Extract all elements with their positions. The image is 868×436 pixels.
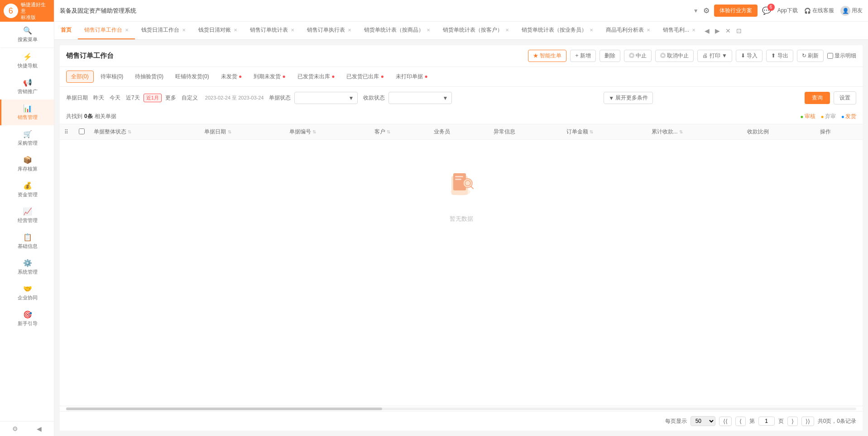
online-service-link[interactable]: 🎧 在线客服	[804, 7, 834, 14]
header-settings-icon[interactable]: ⚙	[703, 6, 710, 15]
page-size-select[interactable]: 50 20 100	[691, 416, 715, 426]
tab-cash-reconcile[interactable]: 钱货日清对账 ✕	[192, 22, 244, 39]
filter-tab-not-shipped[interactable]: 未发货 ●	[216, 71, 247, 83]
export-btn[interactable]: ⬆ 导出	[766, 50, 793, 62]
tab-close-sales-summary-product[interactable]: ✕	[427, 28, 430, 33]
industry-btn[interactable]: 体验行业方案	[714, 5, 758, 17]
th-status: 单据整体状态 ⇅	[89, 124, 200, 140]
app-download-link[interactable]: App下载	[777, 7, 798, 14]
last-page-btn[interactable]: ⟩⟩	[801, 417, 814, 426]
date-opt-yesterday[interactable]: 昨天	[91, 93, 106, 103]
tab-prev-btn[interactable]: ◀	[702, 27, 712, 34]
refresh-btn[interactable]: ↻ 刷新	[797, 50, 824, 62]
tab-close-sales-workbench[interactable]: ✕	[125, 28, 129, 33]
cancel-pause-btn[interactable]: ◎ 取消中止	[655, 50, 694, 62]
new-btn[interactable]: + 新增	[570, 50, 595, 62]
sidebar-item-inventory[interactable]: 📦 库存核算	[0, 151, 54, 177]
tab-product-margin[interactable]: 商品毛利分析表 ✕	[599, 22, 657, 39]
sort-icon-status[interactable]: ⇅	[128, 129, 131, 134]
sidebar-item-enterprise[interactable]: 🤝 企业协同	[0, 280, 54, 306]
pause-btn[interactable]: ◎ 中止	[624, 50, 652, 62]
tab-home[interactable]: 首页	[54, 22, 78, 39]
tab-close-sales-summary-staff[interactable]: ✕	[590, 28, 593, 33]
scrollbar-thumb[interactable]	[66, 408, 382, 410]
sidebar-item-finance[interactable]: 💰 资金管理	[0, 177, 54, 203]
tab-next-btn[interactable]: ▶	[712, 27, 723, 34]
filter-tab-not-printed[interactable]: 未打印单据 ●	[391, 71, 433, 83]
sort-icon-collected[interactable]: ⇅	[679, 129, 683, 134]
sidebar-item-basic-info[interactable]: 📋 基础信息	[0, 228, 54, 254]
filter-tab-wangpu-pending[interactable]: 旺铺待发货(0)	[170, 71, 214, 83]
review-link[interactable]: ● 审核	[800, 113, 815, 120]
tab-close-all-btn[interactable]: ✕	[723, 27, 734, 34]
settings-bottom-icon[interactable]: ⚙	[12, 425, 18, 432]
page-input[interactable]	[758, 417, 775, 426]
date-opt-more[interactable]: 更多	[163, 93, 178, 103]
show-detail-checkbox[interactable]	[827, 53, 833, 59]
sort-icon-date[interactable]: ⇅	[228, 129, 231, 134]
filter-tab-all[interactable]: 全部(0)	[66, 71, 94, 83]
sidebar-item-search[interactable]: 🔍 搜索菜单	[0, 22, 54, 48]
sidebar-item-guide[interactable]: 🎯 新手引导	[0, 306, 54, 332]
delete-btn[interactable]: 删除	[599, 50, 620, 62]
tab-sales-summary-customer[interactable]: 销货单统计表（按客户） ✕	[436, 22, 515, 39]
logo-icon: 6	[4, 4, 18, 18]
smart-create-btn[interactable]: ★ 智能生单	[528, 50, 566, 62]
sidebar-bottom: ⚙ ◀	[0, 421, 54, 436]
filter-tab-shipped-out[interactable]: 已发货已出库 ●	[341, 71, 389, 83]
search-icon: 🔍	[23, 26, 32, 35]
tab-cash-daily[interactable]: 钱货日清工作台 ✕	[135, 22, 192, 39]
tab-sales-summary-product[interactable]: 销货单统计表（按商品） ✕	[358, 22, 436, 39]
sidebar-item-marketing[interactable]: 📢 营销推广	[0, 74, 54, 100]
th-checkbox[interactable]	[74, 124, 89, 140]
tab-close-sales-more[interactable]: ✕	[692, 28, 695, 33]
first-page-btn[interactable]: ⟨⟨	[719, 417, 732, 426]
import-btn[interactable]: ⬇ 导入	[736, 50, 762, 62]
cancel-review-link[interactable]: ● 弃审	[821, 113, 836, 120]
filter-tab-pending-check[interactable]: 待抽验货(0)	[130, 71, 168, 83]
show-detail-checkbox-label[interactable]: 显示明细	[827, 52, 856, 60]
date-opt-1month[interactable]: 近1月	[144, 94, 162, 102]
tab-sales-exec[interactable]: 销售订单执行表 ✕	[301, 22, 358, 39]
date-opt-7days[interactable]: 近7天	[124, 93, 142, 103]
sort-icon-number[interactable]: ⇅	[312, 129, 316, 134]
status-select[interactable]: ▼	[294, 92, 358, 104]
tab-close-sales-summary-customer[interactable]: ✕	[505, 28, 509, 33]
tab-close-product-margin[interactable]: ✕	[647, 28, 650, 33]
tab-close-sales-exec[interactable]: ✕	[348, 28, 351, 33]
select-all-checkbox[interactable]	[79, 128, 85, 134]
collapse-icon[interactable]: ◀	[37, 425, 42, 432]
sidebar-item-operations[interactable]: 📈 经营管理	[0, 203, 54, 228]
ship-link[interactable]: ● 发货	[841, 113, 856, 120]
system-dropdown-icon[interactable]: ▼	[693, 8, 699, 14]
sidebar-item-sales[interactable]: 📊 销售管理	[0, 100, 54, 125]
horizontal-scrollbar[interactable]	[60, 406, 863, 411]
sort-icon-customer[interactable]: ⇅	[387, 129, 390, 134]
sidebar-item-quick-nav[interactable]: ⚡ 快捷导航	[0, 48, 54, 74]
date-opt-today[interactable]: 今天	[108, 93, 122, 103]
message-wrap[interactable]: 💬 6	[762, 6, 771, 15]
sidebar-item-system[interactable]: ⚙️ 系统管理	[0, 254, 54, 280]
sidebar-item-purchase[interactable]: 🛒 采购管理	[0, 125, 54, 151]
filter-tab-shipped-not-in[interactable]: 已发货未出库 ●	[293, 71, 340, 83]
tab-close-cash-reconcile[interactable]: ✕	[234, 28, 237, 33]
date-opt-custom[interactable]: 自定义	[180, 93, 200, 103]
expand-conditions-btn[interactable]: ▼ 展开更多条件	[604, 92, 653, 104]
user-area[interactable]: 👤 用友	[840, 6, 863, 16]
query-btn[interactable]: 查询	[805, 92, 830, 104]
print-btn[interactable]: 🖨 打印 ▼	[697, 50, 732, 62]
filter-tab-overdue-not-shipped[interactable]: 到期未发货 ●	[249, 71, 291, 83]
prev-page-btn[interactable]: ⟨	[735, 417, 746, 426]
tab-sales-workbench[interactable]: 销售订单工作台 ✕	[78, 22, 135, 39]
tab-sales-summary-staff[interactable]: 销货单统计表（按业务员） ✕	[515, 22, 599, 39]
next-page-btn[interactable]: ⟩	[787, 417, 798, 426]
tab-close-sales-stats[interactable]: ✕	[291, 28, 294, 33]
search-setting-btn[interactable]: 设置	[834, 91, 856, 104]
tab-sales-stats[interactable]: 销售订单统计表 ✕	[244, 22, 301, 39]
tab-sales-more[interactable]: 销售毛利... ✕	[657, 22, 702, 39]
sort-icon-amount[interactable]: ⇅	[590, 129, 593, 134]
filter-tab-pending-review[interactable]: 待审核(0)	[96, 71, 129, 83]
tab-close-cash-daily[interactable]: ✕	[182, 28, 186, 33]
tab-expand-btn[interactable]: ⊡	[734, 27, 744, 34]
payment-select[interactable]: ▼	[388, 92, 452, 104]
